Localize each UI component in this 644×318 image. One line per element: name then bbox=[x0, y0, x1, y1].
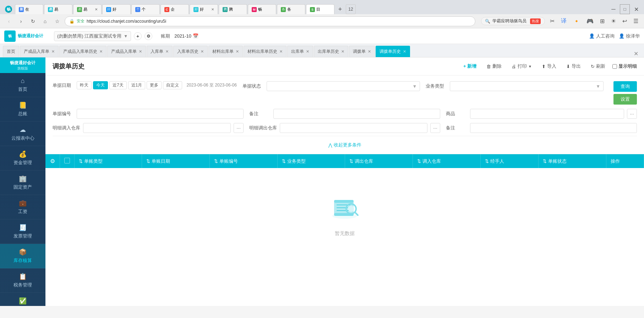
tab-2-close-icon[interactable]: ✕ bbox=[99, 49, 103, 54]
home-browser-button[interactable]: ⌂ bbox=[40, 17, 50, 26]
new-button[interactable]: + 新增 bbox=[460, 62, 479, 71]
user-service-button[interactable]: 👤 人工咨询 bbox=[589, 33, 615, 39]
page-tab-7[interactable]: 材料出库单历史 ✕ bbox=[244, 46, 286, 57]
translate-icon[interactable]: 译 bbox=[560, 17, 568, 26]
sidebar-item-home[interactable]: ⌂ 首页 bbox=[0, 73, 45, 97]
select-all-checkbox[interactable] bbox=[64, 158, 70, 163]
brightness-icon[interactable]: ☀ bbox=[610, 17, 617, 25]
tab-6-close-icon[interactable]: ✕ bbox=[236, 49, 239, 54]
tab-1-close-icon[interactable]: ✕ bbox=[51, 49, 55, 54]
goods-ellipsis-button[interactable]: ··· bbox=[627, 109, 637, 119]
detail-in-input[interactable] bbox=[83, 123, 231, 133]
remark2-input[interactable] bbox=[470, 123, 637, 133]
page-tab-8[interactable]: 出库单 ✕ bbox=[287, 46, 313, 57]
search-bar[interactable]: 🔍 学霸应聘场驱鸟员 热搜 bbox=[481, 17, 545, 25]
table-business-th[interactable]: ⇅ 业务类型 bbox=[277, 154, 345, 168]
more-btn[interactable]: 更多 bbox=[147, 81, 162, 89]
page-tab-11-active[interactable]: 调拨单历史 ✕ bbox=[376, 46, 410, 57]
sidebar-item-inventory[interactable]: 📦 库存核算 bbox=[0, 244, 45, 268]
browser-tab-2[interactable]: 易 易 bbox=[44, 4, 72, 14]
table-status-th[interactable]: ⇅ 单账状态 bbox=[539, 154, 606, 168]
last1month-btn[interactable]: 近1月 bbox=[128, 81, 146, 89]
print-button[interactable]: 🖨 打印 ▼ bbox=[509, 62, 535, 71]
close-button[interactable]: ✕ bbox=[631, 4, 641, 14]
detail-out-ellipsis-button[interactable]: ··· bbox=[430, 123, 440, 133]
company-selector[interactable]: (勿删勿禁用) 江西服宝测试专用 ▼ bbox=[54, 31, 131, 41]
browser-tab-7[interactable]: 好 好 ✕ bbox=[190, 4, 218, 14]
add-company-button[interactable]: + bbox=[134, 32, 142, 40]
sidebar-item-report[interactable]: ☁ 云报表中心 bbox=[0, 122, 45, 146]
tab-8-close-icon[interactable]: ✕ bbox=[306, 49, 309, 54]
filter-settings-button[interactable]: 设置 bbox=[613, 94, 637, 105]
browser-tab-5[interactable]: 个 个 bbox=[131, 4, 160, 14]
import-button[interactable]: ⬆ 导入 bbox=[539, 62, 559, 71]
tab-11-close-icon[interactable]: ✕ bbox=[403, 49, 406, 54]
scissors-icon[interactable]: ✂ bbox=[549, 17, 556, 25]
today-btn[interactable]: 今天 bbox=[93, 81, 108, 89]
refresh-button[interactable]: ↻ 刷新 bbox=[588, 62, 608, 71]
sidebar-item-invoice[interactable]: 🧾 发票管理 bbox=[0, 219, 45, 244]
browser-tab-9[interactable]: M 畅 bbox=[248, 4, 276, 14]
collapse-button[interactable]: ⋀ 收起更多条件 bbox=[323, 140, 367, 150]
docnum-input[interactable] bbox=[77, 109, 244, 119]
sidebar-item-tax[interactable]: 📋 税务管理 bbox=[0, 268, 45, 293]
maximize-button[interactable]: □ bbox=[620, 4, 630, 14]
page-tab-5[interactable]: 入库单历史 ✕ bbox=[173, 46, 208, 57]
browser-tab-8[interactable]: 腾 腾 bbox=[219, 4, 247, 14]
page-tab-6[interactable]: 材料出库单 ✕ bbox=[208, 46, 243, 57]
browser-tab-4[interactable]: 好 好 bbox=[102, 4, 131, 14]
page-tab-3[interactable]: 产成品入库单 ✕ bbox=[107, 46, 146, 57]
detail-in-ellipsis-button[interactable]: ··· bbox=[234, 123, 244, 133]
grid-icon[interactable]: ⊞ bbox=[599, 17, 606, 25]
display-cols-checkbox[interactable] bbox=[612, 64, 617, 69]
sidebar-item-close[interactable]: ✅ 结账 bbox=[0, 293, 45, 306]
sidebar-item-fund[interactable]: 💰 资金管理 bbox=[0, 146, 45, 171]
menu-icon[interactable]: ☰ bbox=[632, 17, 640, 25]
tab-3-close-icon-pt[interactable]: ✕ bbox=[139, 49, 142, 54]
sidebar-item-ledger[interactable]: 📒 总账 bbox=[0, 97, 45, 122]
close-all-tabs-button[interactable]: ✕ bbox=[631, 50, 641, 57]
tab-10-close-icon[interactable]: ✕ bbox=[368, 49, 371, 54]
table-settings-th[interactable]: ⚙ bbox=[45, 154, 60, 168]
browser-tab-10[interactable]: 各 各 bbox=[277, 4, 305, 14]
remark-input[interactable] bbox=[273, 109, 440, 119]
table-date-th[interactable]: ⇅ 单账日期 bbox=[142, 154, 210, 168]
browser-tab-6[interactable]: C 企 bbox=[160, 4, 189, 14]
page-tab-4[interactable]: 入库单 ✕ bbox=[147, 46, 173, 57]
sidebar-item-assets[interactable]: 🏢 固定资产 bbox=[0, 171, 45, 195]
page-tab-2[interactable]: 产成品入库单历史 ✕ bbox=[59, 46, 107, 57]
status-select[interactable]: ▼ bbox=[267, 81, 420, 91]
table-handler-th[interactable]: ⇅ 经手人 bbox=[480, 154, 539, 168]
company-settings-button[interactable]: ⚙ bbox=[144, 32, 152, 40]
delete-button[interactable]: 🗑 删除 bbox=[484, 62, 504, 71]
browser-tab-current[interactable]: S 目 bbox=[306, 4, 334, 14]
business-type-select[interactable]: ▼ bbox=[450, 81, 604, 91]
last7days-btn[interactable]: 近7天 bbox=[109, 81, 127, 89]
browser-tab-3[interactable]: 易 易 ✕ bbox=[73, 4, 102, 14]
page-tab-home[interactable]: 首页 bbox=[3, 46, 19, 57]
refresh-browser-button[interactable]: ↻ bbox=[28, 17, 38, 26]
query-button[interactable]: 查询 bbox=[613, 81, 637, 92]
tab-7-close-icon[interactable]: ✕ bbox=[211, 7, 214, 11]
sidebar-item-salary[interactable]: 💼 工资 bbox=[0, 195, 45, 219]
extension2-icon[interactable]: 🎮 bbox=[585, 17, 595, 25]
detail-out-input[interactable] bbox=[280, 123, 427, 133]
page-tab-9[interactable]: 出库单历史 ✕ bbox=[314, 46, 348, 57]
table-out-warehouse-th[interactable]: ⇅ 调出仓库 bbox=[345, 154, 413, 168]
tab-4-close-icon[interactable]: ✕ bbox=[165, 49, 169, 54]
goods-input[interactable] bbox=[470, 109, 624, 119]
table-checkbox-th[interactable] bbox=[60, 154, 74, 168]
period-value-container[interactable]: 2021-10 📅 bbox=[174, 33, 198, 39]
user-name-button[interactable]: 👤 徐泽华 bbox=[619, 33, 640, 39]
page-tab-1[interactable]: 产成品入库单 ✕ bbox=[20, 46, 59, 57]
tab-5-close-icon[interactable]: ✕ bbox=[201, 49, 204, 54]
table-number-th[interactable]: ⇅ 单账编号 bbox=[209, 154, 277, 168]
table-in-warehouse-th[interactable]: ⇅ 调入仓库 bbox=[413, 154, 481, 168]
forward-button[interactable]: › bbox=[16, 17, 26, 26]
minimize-button[interactable]: ─ bbox=[608, 4, 618, 14]
tab-3-close-icon[interactable]: ✕ bbox=[95, 7, 98, 11]
display-cols-toggle[interactable]: 显示明细 bbox=[612, 63, 637, 69]
new-tab-button[interactable]: + bbox=[335, 4, 345, 14]
custom-btn[interactable]: 自定义 bbox=[163, 81, 182, 89]
star-browser-button[interactable]: ☆ bbox=[53, 17, 62, 26]
